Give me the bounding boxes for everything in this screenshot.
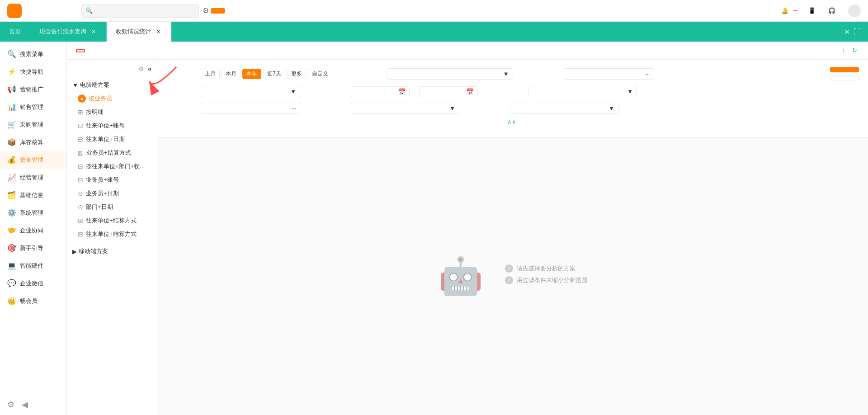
sidebar-item-funds[interactable]: 💰 资金管理 — [0, 151, 66, 169]
scheme-group-mobile-title[interactable]: ▶ 移动端方案 — [67, 245, 157, 258]
sidebar-item-inventory[interactable]: 📦 库存核算 — [0, 133, 66, 151]
bottom-collapse-icon[interactable]: ◀ — [22, 400, 28, 410]
mobile-group-arrow-icon: ▶ — [72, 248, 77, 255]
tab-receipt-stats-label: 收款情况统计 — [116, 28, 151, 36]
audit-date-start[interactable]: 📅 — [351, 86, 410, 97]
main-layout: 🔍 搜索菜单 ⚡ 快捷导航 📢 营销推广 📊 销售管理 🛒 采购管理 📦 — [0, 42, 868, 415]
purchase-icon: 🛒 — [7, 120, 16, 129]
sidebar-item-guide[interactable]: 🎯 新手引导 — [0, 239, 66, 257]
headset-icon: 🎧 — [828, 7, 835, 14]
refresh-button[interactable]: ↻ — [852, 47, 859, 54]
sidebar-item-quicknav[interactable]: ⚡ 快捷导航 — [0, 63, 66, 80]
top-actions: 🔔 📱 🎧 — [781, 5, 861, 17]
scheme-panel-header: ⚙ « — [67, 60, 157, 76]
scheme-table5-icon: ⊟ — [78, 231, 83, 238]
voucher-type-select[interactable]: ▼ — [387, 68, 513, 80]
scheme-item-partner-account[interactable]: ⊟ 往来单位+账号 — [67, 119, 157, 132]
sidebar-item-member[interactable]: 👑 畅会员 — [0, 292, 66, 310]
page-title — [76, 49, 85, 52]
scheme-item-partner-date[interactable]: ⊟ 往来单位+日期 — [67, 132, 157, 146]
app-download-button[interactable]: 📱 — [808, 7, 817, 14]
scheme-table-icon: ⊟ — [78, 122, 83, 129]
business-type-select[interactable]: ▼ — [510, 103, 618, 114]
scheme-item-by-salesperson[interactable]: ● 按业务员 — [67, 92, 157, 105]
bottom-settings-icon[interactable]: ⚙ — [7, 400, 14, 410]
query-button[interactable] — [830, 67, 859, 72]
sidebar-item-enterprise-label: 企业协同 — [20, 226, 43, 235]
sidebar-item-basicinfo[interactable]: 🗂️ 基础信息 — [0, 186, 66, 204]
page-header-actions: ↑ ↻ — [842, 47, 859, 54]
scheme-settings-button[interactable]: ⚙ — [138, 65, 144, 72]
top-search[interactable]: 🔍 — [81, 4, 199, 18]
scheme-group2-icon: ⊞ — [78, 217, 83, 224]
collapse-more-button[interactable]: ∧∧ — [166, 114, 859, 130]
filter-row-1: 上月 本月 本年 近7天 更多 自定义 — [166, 67, 859, 80]
messages-button[interactable]: 🔔 — [781, 7, 797, 14]
search-input[interactable] — [94, 8, 195, 14]
page-header: ↑ ↻ — [67, 42, 868, 60]
settings-icon[interactable]: ⚙ — [203, 6, 209, 15]
audit-date-end[interactable]: 📅 — [419, 86, 478, 97]
sidebar-item-enterprise[interactable]: 🤝 企业协同 — [0, 222, 66, 239]
dept-select[interactable]: ▼ — [201, 86, 300, 97]
filter-row-3: ··· ▼ ▼ — [166, 103, 859, 114]
online-service-button[interactable]: 🎧 — [828, 7, 837, 14]
sidebar-item-hardware[interactable]: 💻 智能硬件 — [0, 257, 66, 274]
scheme-table4-icon: ⊟ — [78, 176, 83, 184]
avatar[interactable] — [848, 5, 861, 17]
date-btn-this-year[interactable]: 本年 — [242, 69, 261, 79]
tab-bank-flow[interactable]: 现金银行流水查询 ✕ — [30, 22, 107, 42]
quicknav-icon: ⚡ — [7, 67, 16, 76]
scheme-item-dept-date[interactable]: ⊙ 部门+日期 — [67, 200, 157, 214]
scheme-item-partner-settlement2[interactable]: ⊟ 往来单位+结算方式 — [67, 227, 157, 241]
export-button[interactable]: ↑ — [842, 47, 847, 54]
tab-bank-flow-close[interactable]: ✕ — [90, 28, 97, 35]
sidebar-item-search[interactable]: 🔍 搜索菜单 — [0, 45, 66, 63]
scheme-group-mobile: ▶ 移动端方案 — [67, 243, 157, 260]
partner-select[interactable]: ··· — [201, 103, 300, 114]
scheme-item-partner-settlement1[interactable]: ⊞ 往来单位+结算方式 — [67, 214, 157, 227]
date-btn-more[interactable]: 更多 — [287, 69, 306, 79]
partner-category-select[interactable]: ▼ — [351, 103, 459, 114]
sidebar-item-wechat[interactable]: 💬 企业微信 — [0, 274, 66, 292]
filter-action-btns — [830, 67, 859, 80]
tab-receipt-stats-close[interactable]: ✕ — [155, 28, 162, 35]
date-btn-last-month[interactable]: 上月 — [201, 69, 220, 79]
scheme-item-salesperson-date[interactable]: ⊙ 业务员+日期 — [67, 187, 157, 200]
tab-receipt-stats[interactable]: 收款情况统计 ✕ — [107, 22, 171, 42]
work-area: ⚙ « ▼ 电脑端方案 ● 按业务员 ⊞ 按明细 — [67, 60, 868, 415]
tab-bar: 首页 现金银行流水查询 ✕ 收款情况统计 ✕ ✕ ⛶ — [0, 22, 868, 42]
scheme-item-salesperson-account[interactable]: ⊟ 业务员+账号 — [67, 173, 157, 187]
sidebar-item-sales[interactable]: 📊 销售管理 — [0, 98, 66, 116]
audit-date-group: 📅 — 📅 — [351, 86, 478, 97]
sidebar-item-marketing[interactable]: 📢 营销推广 — [0, 80, 66, 98]
date-btn-7days[interactable]: 近7天 — [263, 69, 285, 79]
scheme-item-by-detail[interactable]: ⊞ 按明细 — [67, 105, 157, 119]
bell-icon: 🔔 — [781, 7, 788, 14]
scheme-collapse-button[interactable]: « — [148, 65, 151, 72]
sidebar-item-hardware-label: 智能硬件 — [20, 262, 43, 270]
trial-button[interactable] — [211, 8, 225, 14]
sidebar-item-system[interactable]: ⚙️ 系统管理 — [0, 204, 66, 222]
scheme-panel: ⚙ « ▼ 电脑端方案 ● 按业务员 ⊞ 按明细 — [67, 60, 157, 415]
filter-settings-button[interactable] — [830, 75, 859, 80]
date-btn-custom[interactable]: 自定义 — [308, 69, 332, 79]
scheme-group-desktop-title[interactable]: ▼ 电脑端方案 — [67, 78, 157, 92]
inventory-icon: 📦 — [7, 138, 16, 146]
expand-icon[interactable]: ⛶ — [854, 28, 861, 36]
scheme-item-salesperson-settlement[interactable]: ▦ 业务员+结算方式 — [67, 146, 157, 160]
tab-home[interactable]: 首页 — [0, 22, 30, 42]
filter-row-2: ▼ 📅 — — [166, 86, 859, 97]
status-chevron-icon: ▼ — [627, 88, 633, 95]
voucher-status-select[interactable]: ▼ — [528, 86, 637, 97]
sidebar-item-operations[interactable]: 📈 经营管理 — [0, 169, 66, 186]
sidebar-item-purchase[interactable]: 🛒 采购管理 — [0, 116, 66, 133]
date-btn-this-month[interactable]: 本月 — [222, 69, 241, 79]
collapse-up-icon: ∧∧ — [507, 118, 516, 125]
scheme-item-partner-dept[interactable]: ⊟ 按往来单位+部门+收... — [67, 160, 157, 173]
sidebar-item-basicinfo-label: 基础信息 — [20, 191, 43, 199]
scheme-table2-icon: ⊟ — [78, 136, 83, 143]
export-icon: ↑ — [842, 47, 845, 54]
close-window-icon[interactable]: ✕ — [844, 28, 850, 36]
salesperson-select[interactable]: ··· — [564, 68, 654, 80]
